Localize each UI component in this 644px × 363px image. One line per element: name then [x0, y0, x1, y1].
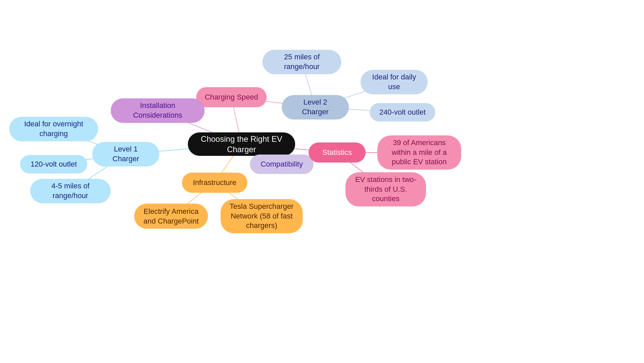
node-label-ev_counties: EV stations in two-thirds of U.S. counti… [352, 175, 420, 204]
node-range45[interactable]: 4-5 miles of range/hour [30, 179, 111, 203]
node-label-installation: Installation Considerations [117, 101, 199, 120]
node-label-pct39: 39 of Americans within a mile of a publi… [383, 138, 455, 167]
node-charging_speed[interactable]: Charging Speed [196, 87, 267, 107]
node-label-daily_use: Ideal for daily use [367, 72, 422, 92]
node-compatibility[interactable]: Compatibility [250, 155, 314, 174]
node-label-level2: Level 2 Charger [288, 98, 343, 117]
node-infrastructure[interactable]: Infrastructure [182, 173, 248, 193]
node-level1[interactable]: Level 1 Charger [92, 142, 159, 166]
node-label-range25: 25 miles of range/hour [269, 52, 335, 71]
node-ev_counties[interactable]: EV stations in two-thirds of U.S. counti… [345, 172, 426, 206]
node-electrify[interactable]: Electrify America and ChargePoint [134, 204, 208, 229]
node-label-overnight: Ideal for overnight charging [15, 119, 92, 138]
node-label-level1: Level 1 Charger [98, 144, 153, 164]
node-pct39[interactable]: 39 of Americans within a mile of a publi… [377, 135, 461, 170]
node-range25[interactable]: 25 miles of range/hour [263, 50, 341, 74]
node-label-volt240: 240-volt outlet [378, 108, 427, 117]
node-tesla[interactable]: Tesla Supercharger Network (58 of fast c… [221, 199, 303, 233]
node-label-range45: 4-5 miles of range/hour [36, 181, 105, 200]
node-label-charging_speed: Charging Speed [203, 93, 259, 102]
node-volt240[interactable]: 240-volt outlet [370, 103, 435, 122]
node-volt120[interactable]: 120-volt outlet [20, 155, 87, 174]
node-overnight[interactable]: Ideal for overnight charging [9, 117, 98, 141]
node-label-electrify: Electrify America and ChargePoint [140, 206, 202, 226]
node-level2[interactable]: Level 2 Charger [282, 95, 349, 119]
node-label-compatibility: Compatibility [259, 160, 304, 169]
node-label-volt120: 120-volt outlet [29, 160, 78, 169]
node-label-central: Choosing the Right EV Charger [194, 134, 289, 155]
node-label-infrastructure: Infrastructure [192, 178, 238, 188]
node-label-statistics: Statistics [321, 148, 353, 158]
node-daily_use[interactable]: Ideal for daily use [361, 70, 428, 94]
node-installation[interactable]: Installation Considerations [111, 98, 205, 123]
node-central[interactable]: Choosing the Right EV Charger [188, 132, 295, 156]
node-statistics[interactable]: Statistics [309, 142, 366, 163]
node-label-tesla: Tesla Supercharger Network (58 of fast c… [227, 202, 297, 231]
